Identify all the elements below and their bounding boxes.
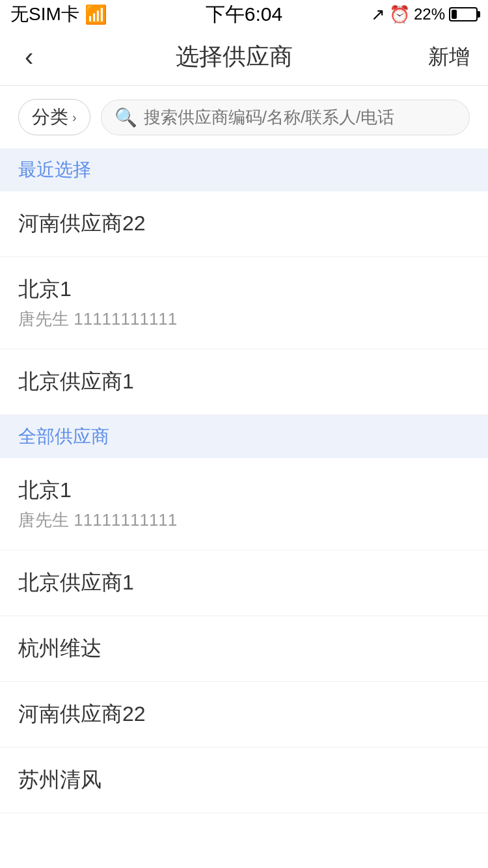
list-item[interactable]: 北京供应商1 xyxy=(0,550,488,616)
category-label: 分类 xyxy=(32,105,68,129)
item-sub: 唐先生 11111111111 xyxy=(18,308,470,331)
list-item[interactable]: 北京1唐先生 11111111111 xyxy=(0,458,488,550)
search-input[interactable] xyxy=(144,107,456,128)
list-item[interactable]: 北京1唐先生 11111111111 xyxy=(0,257,488,349)
carrier-text: 无SIM卡 xyxy=(10,2,79,27)
list-item[interactable]: 杭州维达 xyxy=(0,616,488,682)
status-right-icons: ↗ ⏰ 22% xyxy=(371,5,478,25)
item-name: 苏州清风 xyxy=(18,766,470,794)
item-name: 北京1 xyxy=(18,476,470,505)
recent-section-header: 最近选择 xyxy=(0,148,488,191)
status-bar: 无SIM卡 📶 下午6:04 ↗ ⏰ 22% xyxy=(0,0,488,29)
chevron-right-icon: › xyxy=(72,110,77,125)
status-carrier-wifi: 无SIM卡 📶 xyxy=(10,2,107,27)
battery-fill xyxy=(452,10,457,19)
page-title: 选择供应商 xyxy=(176,41,293,73)
all-section-header: 全部供应商 xyxy=(0,415,488,458)
list-item[interactable]: 河南供应商22 xyxy=(0,191,488,257)
item-name: 河南供应商22 xyxy=(18,210,470,238)
search-box[interactable]: 🔍 xyxy=(101,100,470,135)
recent-items-list: 河南供应商22北京1唐先生 11111111111北京供应商1 xyxy=(0,191,488,415)
item-name: 河南供应商22 xyxy=(18,700,470,729)
battery-percent: 22% xyxy=(414,5,445,23)
item-name: 北京供应商1 xyxy=(18,368,470,396)
list-item[interactable]: 苏州清风 xyxy=(0,748,488,813)
location-icon: ↗ xyxy=(371,5,385,25)
add-button[interactable]: 新增 xyxy=(428,43,470,72)
list-item[interactable]: 北京供应商1 xyxy=(0,349,488,415)
item-name: 北京供应商1 xyxy=(18,569,470,597)
all-section-title: 全部供应商 xyxy=(18,426,109,446)
item-sub: 唐先生 11111111111 xyxy=(18,509,470,532)
wifi-icon: 📶 xyxy=(85,4,107,25)
filter-bar: 分类 › 🔍 xyxy=(0,86,488,148)
search-icon: 🔍 xyxy=(115,107,137,128)
category-filter-button[interactable]: 分类 › xyxy=(18,99,90,135)
nav-bar: ‹ 选择供应商 新增 xyxy=(0,29,488,86)
status-time: 下午6:04 xyxy=(206,1,282,28)
item-name: 北京1 xyxy=(18,275,470,304)
battery-icon xyxy=(449,7,478,21)
back-button[interactable]: ‹ xyxy=(18,36,40,78)
all-items-list: 北京1唐先生 11111111111北京供应商1杭州维达河南供应商22苏州清风 xyxy=(0,458,488,813)
recent-section-title: 最近选择 xyxy=(18,159,91,180)
list-item[interactable]: 河南供应商22 xyxy=(0,682,488,748)
alarm-icon: ⏰ xyxy=(389,5,410,25)
item-name: 杭州维达 xyxy=(18,634,470,663)
